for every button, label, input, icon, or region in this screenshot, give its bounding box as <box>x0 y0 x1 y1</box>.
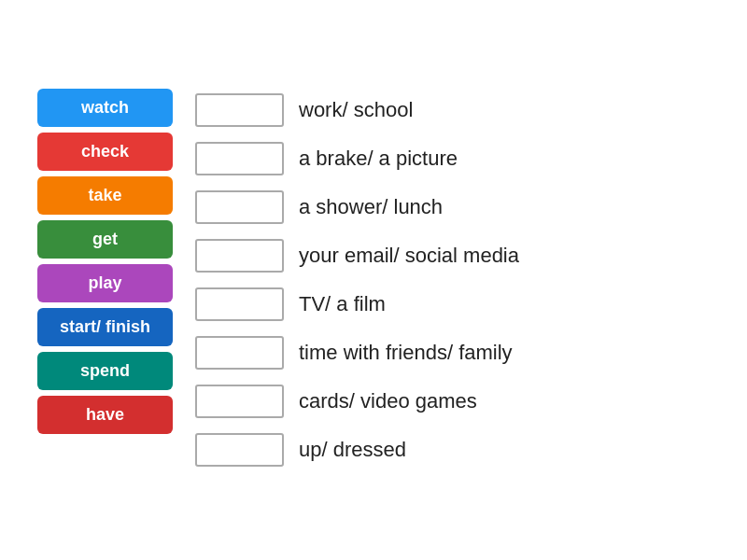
verb-button-check[interactable]: check <box>37 133 173 171</box>
match-box-item-3[interactable] <box>195 190 284 224</box>
match-box-item-4[interactable] <box>195 239 284 273</box>
buttons-column: watchchecktakegetplaystart/ finishspendh… <box>37 89 173 434</box>
verb-button-get[interactable]: get <box>37 220 173 259</box>
verb-button-spend[interactable]: spend <box>37 352 173 390</box>
match-box-item-1[interactable] <box>195 93 284 127</box>
match-label-item-2: a brake/ a picture <box>299 147 458 171</box>
match-row-item-3: a shower/ lunch <box>195 186 710 229</box>
match-label-item-4: your email/ social media <box>299 244 519 268</box>
match-label-item-5: TV/ a film <box>299 292 386 316</box>
match-row-item-7: cards/ video games <box>195 380 710 423</box>
verb-button-have[interactable]: have <box>37 396 173 434</box>
match-box-item-2[interactable] <box>195 142 284 175</box>
verb-button-start-finish[interactable]: start/ finish <box>37 308 173 346</box>
main-container: watchchecktakegetplaystart/ finishspendh… <box>0 61 747 499</box>
match-label-item-8: up/ dressed <box>299 438 406 462</box>
match-row-item-8: up/ dressed <box>195 428 710 471</box>
match-label-item-7: cards/ video games <box>299 389 477 413</box>
matching-column: work/ schoola brake/ a picturea shower/ … <box>195 89 710 471</box>
match-box-item-6[interactable] <box>195 336 284 370</box>
match-box-item-5[interactable] <box>195 287 284 321</box>
verb-button-take[interactable]: take <box>37 176 173 215</box>
match-label-item-3: a shower/ lunch <box>299 195 443 219</box>
match-label-item-1: work/ school <box>299 98 413 122</box>
match-row-item-4: your email/ social media <box>195 234 710 277</box>
match-row-item-6: time with friends/ family <box>195 331 710 374</box>
verb-button-watch[interactable]: watch <box>37 89 173 127</box>
match-box-item-7[interactable] <box>195 385 284 418</box>
verb-button-play[interactable]: play <box>37 264 173 302</box>
match-row-item-1: work/ school <box>195 89 710 132</box>
match-box-item-8[interactable] <box>195 433 284 467</box>
match-label-item-6: time with friends/ family <box>299 341 513 365</box>
match-row-item-2: a brake/ a picture <box>195 137 710 180</box>
match-row-item-5: TV/ a film <box>195 283 710 326</box>
